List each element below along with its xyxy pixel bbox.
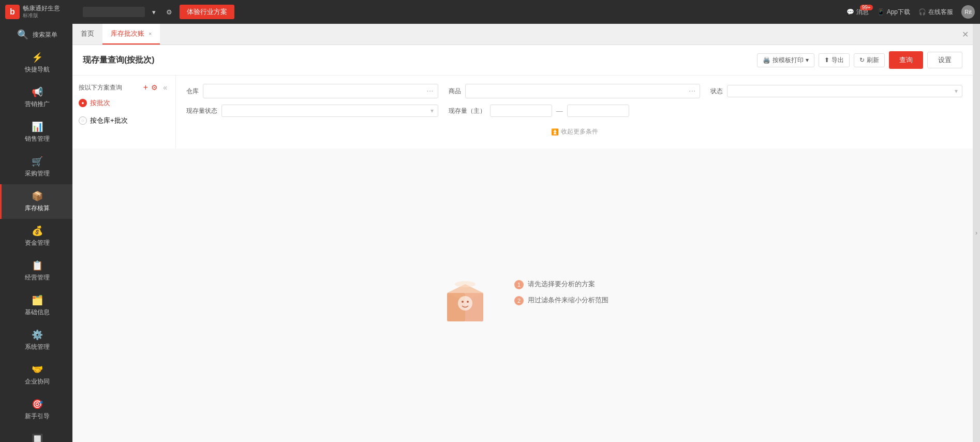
sidebar-item-marketing[interactable]: 📢 营销推广 <box>0 80 72 115</box>
svg-point-4 <box>458 296 472 311</box>
scheme-dot-inactive: ○ <box>79 116 87 125</box>
sidebar-item-operations[interactable]: 📋 经营管理 <box>0 254 72 288</box>
trial-button[interactable]: 体验行业方案 <box>180 5 234 19</box>
scheme-collapse-btn[interactable]: « <box>161 83 169 92</box>
product-input[interactable] <box>470 87 689 95</box>
headset-icon: 🎧 <box>918 8 926 16</box>
app-name: 畅康通好生意 <box>23 5 60 12</box>
sidebar-item-search[interactable]: 🔍 搜索菜单 <box>0 24 72 46</box>
header-right: 💬 消息 99+ 📱 App下载 🎧 在线客服 Rit <box>847 5 975 19</box>
svg-point-6 <box>467 301 469 303</box>
step-2-num: 2 <box>514 296 524 305</box>
tab-home-label: 首页 <box>81 29 94 38</box>
collapse-more-btn[interactable]: ⏫ 收起更多条件 <box>186 123 962 140</box>
step-1-num: 1 <box>514 280 524 289</box>
sidebar-item-appstore[interactable]: 🔲 应用中心 <box>0 427 72 442</box>
product-input-wrap[interactable]: ··· <box>465 84 701 98</box>
warehouse-label: 仓库 <box>186 87 199 96</box>
print-template-btn[interactable]: 🖨️ 按模板打印 ▾ <box>757 53 814 67</box>
sidebar-item-shortcut[interactable]: ⚡ 快捷导航 <box>0 46 72 80</box>
scheme-settings-btn[interactable]: ⚙ <box>151 83 158 92</box>
query-btn[interactable]: 查询 <box>889 51 923 69</box>
stock-qty-label: 现存量（主） <box>449 107 486 115</box>
system-icon: ⚙️ <box>32 329 43 341</box>
scheme-item-warehouse-batch[interactable]: ○ 按仓库+批次 <box>72 112 175 129</box>
product-dots-icon[interactable]: ··· <box>689 86 695 96</box>
breadcrumb-input[interactable] <box>83 7 145 17</box>
tab-inventory-batch[interactable]: 库存批次账 × <box>102 24 160 45</box>
tab-close-main-btn[interactable]: ✕ <box>962 30 969 39</box>
status-select[interactable]: ▾ <box>727 85 962 97</box>
phone-icon: 📱 <box>877 8 885 16</box>
sidebar-item-purchase[interactable]: 🛒 采购管理 <box>0 150 72 184</box>
app-badge: 标准版 <box>23 12 60 19</box>
sidebar-item-inventory[interactable]: 📦 库存核算 <box>0 184 72 219</box>
sidebar-item-basics[interactable]: 🗂️ 基础信息 <box>0 288 72 323</box>
empty-svg <box>437 264 499 327</box>
scheme-panel: 按以下方案查询 + ⚙ « ● 按批次 ○ 按仓库+批次 <box>72 76 176 149</box>
warehouse-input-wrap[interactable]: ··· <box>203 84 438 98</box>
message-icon: 💬 <box>847 8 854 16</box>
main-layout: 🔍 搜索菜单 ⚡ 快捷导航 📢 营销推广 📊 销售管理 🛒 采购管理 📦 库存核… <box>0 24 980 442</box>
sidebar-shortcut-label: 快捷导航 <box>25 65 50 74</box>
logo-icon: b <box>5 5 20 19</box>
online-service-item[interactable]: 🎧 在线客服 <box>918 8 953 17</box>
sidebar-system-label: 系统管理 <box>25 343 50 351</box>
sidebar-item-newbie[interactable]: 🎯 新手引导 <box>0 392 72 427</box>
stock-qty-to-input[interactable] <box>572 107 625 114</box>
header-settings-btn[interactable]: ⚙ <box>163 7 175 17</box>
sidebar-search-label: 搜索菜单 <box>33 31 57 39</box>
sidebar-inventory-label: 库存核算 <box>25 204 50 213</box>
app-download-item[interactable]: 📱 App下载 <box>877 8 910 17</box>
refresh-btn[interactable]: ↻ 刷新 <box>854 53 885 67</box>
messages-item[interactable]: 💬 消息 99+ <box>847 8 869 17</box>
refresh-icon: ↻ <box>859 56 865 64</box>
sidebar-item-sales[interactable]: 📊 销售管理 <box>0 115 72 150</box>
sidebar: 🔍 搜索菜单 ⚡ 快捷导航 📢 营销推广 📊 销售管理 🛒 采购管理 📦 库存核… <box>0 24 72 442</box>
scheme-item-batch[interactable]: ● 按批次 <box>72 94 175 112</box>
sidebar-item-enterprise[interactable]: 🤝 企业协同 <box>0 358 72 392</box>
tab-home[interactable]: 首页 <box>72 24 102 45</box>
avatar: Rit <box>961 5 975 19</box>
basics-icon: 🗂️ <box>32 294 43 306</box>
scheme-add-btn[interactable]: + <box>143 83 148 92</box>
empty-step-2: 2 用过滤条件来缩小分析范围 <box>514 296 608 305</box>
export-label: 导出 <box>831 56 844 65</box>
scheme-warehouse-batch-label: 按仓库+批次 <box>90 116 128 125</box>
collapse-chevron-up-icon: ⏫ <box>551 128 559 136</box>
logo-text-block: 畅康通好生意 标准版 <box>23 5 60 19</box>
marketing-icon: 📢 <box>32 86 43 98</box>
stock-qty-from-wrap[interactable] <box>490 105 552 117</box>
status-label: 状态 <box>710 87 723 96</box>
sales-icon: 📊 <box>32 121 43 132</box>
tab-bar: 首页 库存批次账 × ✕ <box>72 24 973 45</box>
app-download-label: App下载 <box>887 8 910 17</box>
sidebar-item-finance[interactable]: 💰 资金管理 <box>0 219 72 254</box>
filter-row-1: 仓库 ··· 商品 ··· <box>186 84 962 98</box>
svg-point-5 <box>462 301 464 303</box>
sidebar-basics-label: 基础信息 <box>25 308 50 317</box>
user-item[interactable]: Rit <box>961 5 975 19</box>
stock-status-filter-item: 现存量状态 ▾ <box>186 105 438 117</box>
warehouse-dots-icon[interactable]: ··· <box>426 86 433 96</box>
tab-close-icon[interactable]: × <box>149 31 152 37</box>
stock-qty-to-wrap[interactable] <box>567 105 629 117</box>
user-name: Rit <box>964 9 971 15</box>
set-btn[interactable]: 设置 <box>927 52 962 68</box>
content-area: 首页 库存批次账 × ✕ 现存量查询(按批次) 🖨️ 按模板打印 ▾ <box>72 24 973 442</box>
export-btn[interactable]: ⬆ 导出 <box>819 53 850 67</box>
empty-illustration <box>437 264 499 327</box>
header-dropdown-btn[interactable]: ▾ <box>149 7 159 17</box>
warehouse-input[interactable] <box>207 87 426 95</box>
stock-qty-from-input[interactable] <box>495 107 547 114</box>
print-template-label: 按模板打印 <box>773 56 804 65</box>
right-panel[interactable]: › <box>973 24 980 442</box>
filter-form: 仓库 ··· 商品 ··· <box>176 76 973 149</box>
enterprise-icon: 🤝 <box>32 364 43 375</box>
sidebar-sales-label: 销售管理 <box>25 135 50 143</box>
sidebar-item-system[interactable]: ⚙️ 系统管理 <box>0 323 72 358</box>
stock-status-select[interactable]: ▾ <box>221 105 438 117</box>
logo-area: b 畅康通好生意 标准版 <box>5 5 78 19</box>
messages-badge: 99+ <box>860 5 873 10</box>
operations-icon: 📋 <box>32 260 43 271</box>
